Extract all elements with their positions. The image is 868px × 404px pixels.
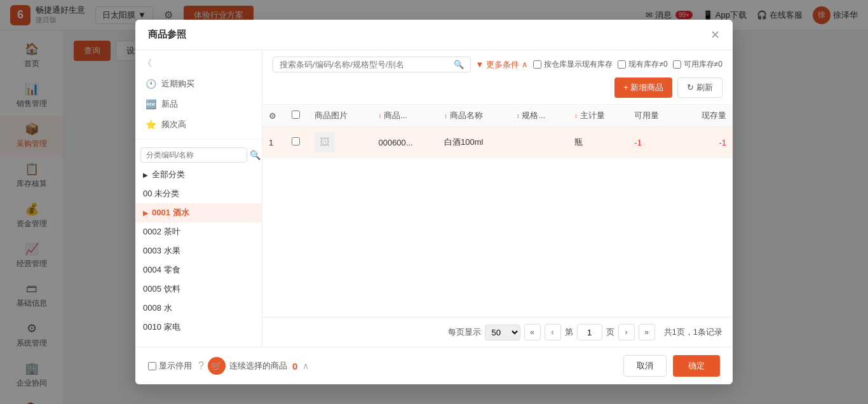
- collapse-button[interactable]: 《: [143, 58, 152, 69]
- category-item-0004[interactable]: 0004 零食: [135, 260, 262, 279]
- available-not-zero-checkbox[interactable]: [673, 60, 681, 69]
- row-code: 000600...: [372, 127, 438, 158]
- row-select-checkbox[interactable]: [292, 137, 300, 145]
- row-available: -1: [628, 127, 680, 158]
- product-image: 🖼: [315, 132, 335, 152]
- recent-icon: 🕐: [146, 79, 156, 89]
- display-disabled-checkbox[interactable]: 显示停用: [148, 360, 192, 372]
- divider: [135, 139, 262, 140]
- left-panel-header: 《: [135, 55, 262, 74]
- cancel-button[interactable]: 取消: [623, 355, 667, 377]
- per-page-label: 每页显示: [448, 327, 481, 338]
- disabled-checkbox[interactable]: [148, 362, 156, 370]
- row-seq: 1: [262, 127, 285, 158]
- col-code[interactable]: ↕ 商品...: [372, 105, 438, 127]
- table-wrapper: ⚙ 商品图片 ↕ 商品... ↕ 商品名称 ↕ 规格... ↕ 主计量 可用量 …: [262, 105, 733, 317]
- next-page-button[interactable]: ›: [618, 324, 635, 340]
- checkbox-stock-not-zero[interactable]: 现有库存≠0: [618, 59, 667, 70]
- product-search-input[interactable]: [280, 60, 451, 69]
- cart-icon: 🛒: [208, 357, 226, 375]
- checkbox-available-not-zero[interactable]: 可用库存≠0: [673, 59, 722, 70]
- page-number-input[interactable]: [577, 324, 602, 340]
- category-item-0002[interactable]: 0002 茶叶: [135, 222, 262, 241]
- total-info: 共1页，1条记录: [664, 327, 722, 338]
- toolbar: 🔍 ▼ 更多条件 ∧ 按仓库显示现有库存 现有库存≠0: [262, 50, 733, 105]
- category-search-row: 🔍: [135, 145, 262, 165]
- quick-buttons: 🕐 近期购买 🆕 新品 ⭐ 频次高: [135, 74, 262, 134]
- expand-button[interactable]: ∧: [302, 361, 309, 371]
- row-checkbox[interactable]: [285, 127, 308, 158]
- select-all-checkbox[interactable]: [292, 111, 300, 119]
- category-item-0001[interactable]: ▶ 0001 酒水: [135, 203, 262, 222]
- stock-not-zero-checkbox[interactable]: [618, 60, 626, 69]
- help-icon[interactable]: ?: [198, 360, 204, 372]
- per-page-select[interactable]: 50 20 100: [485, 325, 520, 340]
- quick-btn-recent[interactable]: 🕐 近期购买: [140, 74, 257, 93]
- category-item-00[interactable]: 00 未分类: [135, 184, 262, 203]
- left-panel: 《 🕐 近期购买 🆕 新品 ⭐ 频次高: [135, 50, 262, 347]
- category-item-0010[interactable]: 0010 家电: [135, 318, 262, 337]
- col-image: 商品图片: [308, 105, 372, 127]
- modal-overlay: 商品参照 ✕ 《 🕐 近期购买 🆕 新品: [0, 0, 868, 404]
- toolbar-right: + 新增商品 ↻ 刷新: [614, 77, 722, 98]
- col-spec[interactable]: ↕ 规格...: [510, 105, 568, 127]
- prev-page-button[interactable]: ‹: [545, 324, 561, 340]
- first-page-button[interactable]: «: [524, 324, 541, 340]
- col-settings[interactable]: ⚙: [262, 105, 285, 127]
- col-unit[interactable]: ↕ 主计量: [568, 105, 628, 127]
- refresh-button[interactable]: ↻ 刷新: [677, 77, 722, 98]
- modal-footer: 显示停用 ? 🛒 连续选择的商品 0 ∧ 取消 确定: [135, 347, 733, 384]
- right-panel: 🔍 ▼ 更多条件 ∧ 按仓库显示现有库存 现有库存≠0: [262, 50, 733, 347]
- row-spec: [510, 127, 568, 158]
- category-item-all[interactable]: ▶ 全部分类: [135, 165, 262, 184]
- row-image: 🖼: [308, 127, 372, 158]
- last-page-button[interactable]: »: [639, 324, 655, 340]
- quick-btn-new[interactable]: 🆕 新品: [140, 95, 257, 114]
- table-header-row: ⚙ 商品图片 ↕ 商品... ↕ 商品名称 ↕ 规格... ↕ 主计量 可用量 …: [262, 105, 733, 127]
- product-reference-modal: 商品参照 ✕ 《 🕐 近期购买 🆕 新品: [135, 20, 733, 384]
- row-unit: 瓶: [568, 127, 628, 158]
- modal-title: 商品参照: [148, 29, 186, 41]
- pagination: 每页显示 50 20 100 « ‹ 第 页 › » 共1页，1条记录: [262, 317, 733, 347]
- product-table: ⚙ 商品图片 ↕ 商品... ↕ 商品名称 ↕ 规格... ↕ 主计量 可用量 …: [262, 105, 733, 158]
- col-checkbox[interactable]: [285, 105, 308, 127]
- row-name: 白酒100ml: [438, 127, 510, 158]
- modal-header: 商品参照 ✕: [135, 20, 733, 50]
- filter-button[interactable]: ▼ 更多条件 ∧: [476, 59, 529, 71]
- page-label: 第: [565, 327, 573, 338]
- category-item-0005[interactable]: 0005 饮料: [135, 279, 262, 299]
- col-available: 可用量: [628, 105, 680, 127]
- modal-body: 《 🕐 近期购买 🆕 新品 ⭐ 频次高: [135, 50, 733, 347]
- add-product-button[interactable]: + 新增商品: [614, 77, 672, 98]
- frequent-icon: ⭐: [146, 119, 156, 130]
- footer-cart: ? 🛒 连续选择的商品 0 ∧: [198, 357, 309, 375]
- modal-close-button[interactable]: ✕: [710, 29, 720, 41]
- footer-left: 显示停用: [148, 360, 192, 372]
- checkbox-warehouse[interactable]: 按仓库显示现有库存: [533, 59, 613, 70]
- table-row[interactable]: 1 🖼 000600... 白酒100ml 瓶 -1 -1: [262, 127, 733, 158]
- category-search-input[interactable]: [140, 147, 247, 163]
- row-stock: -1: [681, 127, 733, 158]
- category-list: ▶ 全部分类 00 未分类 ▶ 0001 酒水 0002 茶叶 0003 水果: [135, 165, 262, 342]
- confirm-button[interactable]: 确定: [673, 355, 720, 377]
- warehouse-checkbox[interactable]: [533, 60, 541, 69]
- footer-right: 取消 确定: [623, 355, 720, 377]
- category-item-0008[interactable]: 0008 水: [135, 299, 262, 318]
- search-icon: 🔍: [454, 60, 464, 69]
- col-name[interactable]: ↕ 商品名称: [438, 105, 510, 127]
- category-item-0003[interactable]: 0003 水果: [135, 241, 262, 260]
- filter-icon: ▼: [476, 60, 484, 69]
- cart-count: 0: [292, 361, 297, 372]
- new-icon: 🆕: [146, 99, 156, 109]
- search-bar: 🔍: [273, 57, 471, 72]
- page-unit: 页: [606, 327, 614, 338]
- category-search-icon[interactable]: 🔍: [250, 150, 261, 160]
- quick-btn-frequent[interactable]: ⭐ 频次高: [140, 115, 257, 134]
- col-stock: 现存量: [681, 105, 733, 127]
